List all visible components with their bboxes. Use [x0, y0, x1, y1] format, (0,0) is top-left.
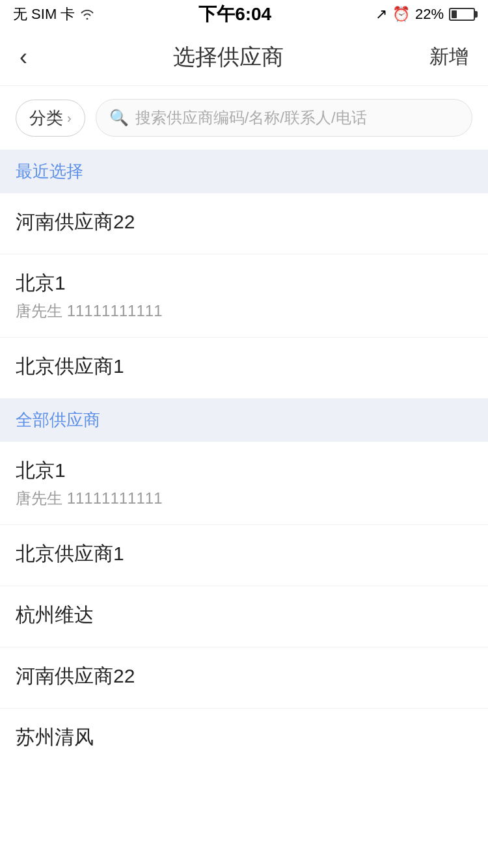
- nav-bar: ‹ 选择供应商 新增: [0, 29, 488, 86]
- item-name: 苏州清风: [16, 724, 472, 751]
- search-placeholder: 搜索供应商编码/名称/联系人/电话: [135, 107, 459, 128]
- item-name: 北京供应商1: [16, 353, 472, 380]
- status-bar: 无 SIM 卡 下午6:04 ↗ ⏰ 22%: [0, 0, 488, 29]
- battery-icon: [449, 8, 475, 21]
- all-section-header: 全部供应商: [0, 398, 488, 442]
- search-input-wrap[interactable]: 🔍 搜索供应商编码/名称/联系人/电话: [96, 99, 472, 137]
- battery-text: 22%: [415, 6, 444, 23]
- search-area: 分类 › 🔍 搜索供应商编码/名称/联系人/电话: [0, 86, 488, 150]
- item-name: 河南供应商22: [16, 209, 472, 236]
- wifi-icon: [80, 9, 94, 20]
- status-left: 无 SIM 卡: [13, 5, 94, 24]
- category-button[interactable]: 分类 ›: [16, 100, 85, 137]
- item-name: 北京1: [16, 457, 472, 484]
- recent-list: 河南供应商22北京1唐先生 11111111111北京供应商1: [0, 193, 488, 398]
- item-sub: 唐先生 11111111111: [16, 488, 472, 509]
- item-name: 河南供应商22: [16, 663, 472, 690]
- alarm-icon: ⏰: [392, 6, 410, 23]
- all-list-item[interactable]: 河南供应商22: [0, 647, 488, 709]
- recent-section-header: 最近选择: [0, 150, 488, 193]
- no-sim-text: 无 SIM 卡: [13, 5, 75, 24]
- search-icon: 🔍: [109, 109, 129, 127]
- recent-list-item[interactable]: 河南供应商22: [0, 193, 488, 254]
- all-list-item[interactable]: 北京供应商1: [0, 525, 488, 586]
- item-name: 北京1: [16, 270, 472, 297]
- add-button[interactable]: 新增: [429, 44, 468, 70]
- back-button[interactable]: ‹: [20, 44, 27, 71]
- status-right: ↗ ⏰ 22%: [375, 6, 475, 23]
- chevron-right-icon: ›: [67, 111, 72, 126]
- recent-list-item[interactable]: 北京供应商1: [0, 338, 488, 398]
- all-list-item[interactable]: 苏州清风: [0, 709, 488, 769]
- all-list: 北京1唐先生 11111111111北京供应商1杭州维达河南供应商22苏州清风: [0, 442, 488, 769]
- category-label: 分类: [29, 107, 63, 129]
- page-title: 选择供应商: [173, 42, 284, 72]
- status-time: 下午6:04: [198, 2, 271, 27]
- item-sub: 唐先生 11111111111: [16, 301, 472, 321]
- item-name: 杭州维达: [16, 602, 472, 629]
- recent-list-item[interactable]: 北京1唐先生 11111111111: [0, 254, 488, 338]
- all-list-item[interactable]: 杭州维达: [0, 586, 488, 647]
- item-name: 北京供应商1: [16, 541, 472, 567]
- location-icon: ↗: [375, 6, 387, 23]
- all-list-item[interactable]: 北京1唐先生 11111111111: [0, 442, 488, 525]
